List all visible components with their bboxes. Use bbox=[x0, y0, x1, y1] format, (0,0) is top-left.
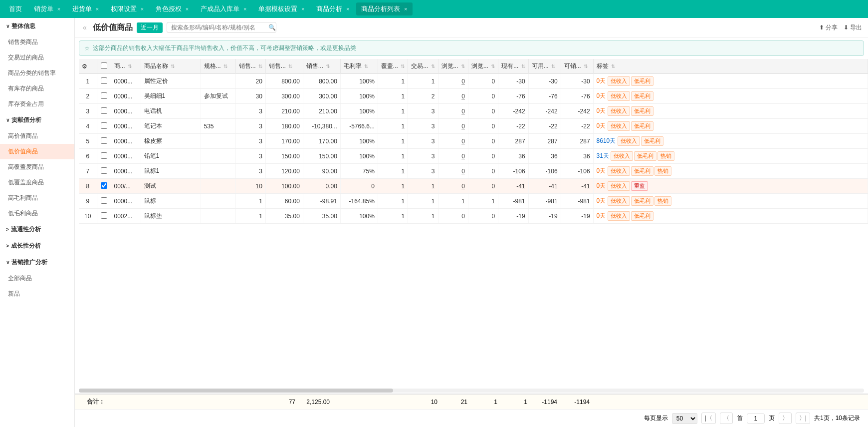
th-sale1[interactable]: 销售... ⇅ bbox=[235, 59, 265, 74]
cell-browse1[interactable]: 0 bbox=[438, 74, 468, 89]
cell-browse1[interactable]: 0 bbox=[438, 209, 468, 224]
cell-check[interactable] bbox=[97, 74, 111, 89]
cell-check[interactable] bbox=[97, 179, 111, 194]
cell-check[interactable] bbox=[97, 164, 111, 179]
browse-link[interactable]: 0 bbox=[461, 138, 465, 145]
per-page-select[interactable]: 50 100 200 bbox=[672, 413, 697, 424]
th-browse1[interactable]: 浏览... ⇅ bbox=[438, 59, 468, 74]
cell-browse1[interactable]: 0 bbox=[438, 164, 468, 179]
nav-inbound[interactable]: 产成品入库单 × bbox=[196, 2, 251, 15]
sidebar-item-all-goods[interactable]: 全部商品 bbox=[0, 271, 74, 286]
sidebar-item-low-margin[interactable]: 低毛利商品 bbox=[0, 206, 74, 221]
browse-link[interactable]: 0 bbox=[461, 93, 465, 100]
sidebar-item-inventory-capital[interactable]: 库存资金占用 bbox=[0, 96, 74, 112]
sidebar-item-inventory-goods[interactable]: 有库存的商品 bbox=[0, 81, 74, 96]
cell-browse1[interactable]: 0 bbox=[438, 134, 468, 149]
sidebar-item-traded-goods[interactable]: 交易过的商品 bbox=[0, 50, 74, 65]
sidebar-group-overall[interactable]: ∨ 整体信息 bbox=[0, 18, 74, 34]
nav-analysis-list[interactable]: 商品分析列表 × bbox=[356, 2, 412, 15]
table-header-row: ⚙ 商... ⇅ 商品名称 ⇅ 规格... ⇅ 销售... ⇅ 销售... ⇅ … bbox=[79, 59, 868, 74]
time-tag-btn[interactable]: 近一月 bbox=[137, 22, 163, 33]
cell-check[interactable] bbox=[97, 104, 111, 119]
th-browse2[interactable]: 浏览... ⇅ bbox=[468, 59, 498, 74]
horizontal-scrollbar[interactable] bbox=[79, 389, 864, 393]
browse-link[interactable]: 0 bbox=[461, 108, 465, 115]
prev-page-btn[interactable]: 〈 bbox=[720, 413, 733, 424]
browse-link[interactable]: 0 bbox=[461, 183, 465, 190]
th-salable[interactable]: 可销... ⇅ bbox=[561, 59, 593, 74]
page-input[interactable] bbox=[747, 414, 765, 424]
cell-browse1[interactable]: 0 bbox=[438, 179, 468, 194]
page-word2: 页 bbox=[769, 414, 775, 423]
th-spec[interactable]: 规格... ⇅ bbox=[201, 59, 235, 74]
sidebar-item-high-value[interactable]: 高价值商品 bbox=[0, 128, 74, 144]
search-icon[interactable]: 🔍 bbox=[268, 24, 276, 31]
next-page-btn[interactable]: 〉 bbox=[779, 413, 792, 424]
nav-home[interactable]: 首页 bbox=[4, 2, 27, 15]
cell-sale2: 210.00 bbox=[265, 104, 303, 119]
cell-check[interactable] bbox=[97, 89, 111, 104]
browse-link[interactable]: 0 bbox=[461, 123, 465, 130]
cell-check[interactable] bbox=[97, 209, 111, 224]
cell-browse1[interactable]: 0 bbox=[438, 89, 468, 104]
sidebar-group-marketing[interactable]: ∨ 营销推广分析 bbox=[0, 254, 74, 271]
th-cover[interactable]: 覆盖... ⇅ bbox=[378, 59, 408, 74]
sidebar-group-growth[interactable]: > 成长性分析 bbox=[0, 238, 74, 254]
th-available[interactable]: 可用... ⇅ bbox=[528, 59, 561, 74]
th-code[interactable]: 商... ⇅ bbox=[111, 59, 141, 74]
th-sale2[interactable]: 销售... ⇅ bbox=[265, 59, 303, 74]
footer-area: 合计： 77 2,125.00 10 21 1 1 -1194 -1 bbox=[75, 394, 868, 409]
browse-link[interactable]: 0 bbox=[461, 153, 465, 160]
cell-browse1[interactable]: 0 bbox=[438, 104, 468, 119]
th-name[interactable]: 商品名称 ⇅ bbox=[141, 59, 201, 74]
cell-check[interactable] bbox=[97, 194, 111, 209]
sidebar-group-contribution[interactable]: ∨ 贡献值分析 bbox=[0, 112, 74, 128]
cell-browse1[interactable]: 0 bbox=[438, 149, 468, 164]
sidebar-item-high-margin[interactable]: 高毛利商品 bbox=[0, 190, 74, 206]
th-check[interactable] bbox=[97, 59, 111, 74]
th-trade[interactable]: 交易... ⇅ bbox=[408, 59, 438, 74]
cell-browse1[interactable]: 1 bbox=[438, 194, 468, 209]
sidebar-collapse-btn[interactable]: « bbox=[81, 23, 89, 31]
nav-analysis[interactable]: 商品分析 × bbox=[311, 2, 354, 15]
cell-trade: 3 bbox=[408, 164, 438, 179]
nav-perm[interactable]: 权限设置 × bbox=[106, 2, 149, 15]
nav-sales[interactable]: 销货单 × bbox=[29, 2, 65, 15]
sidebar-item-new-goods[interactable]: 新品 bbox=[0, 286, 74, 302]
nav-template[interactable]: 单据模板设置 × bbox=[253, 2, 309, 15]
nav-role[interactable]: 角色授权 × bbox=[151, 2, 194, 15]
cell-check[interactable] bbox=[97, 134, 111, 149]
th-current[interactable]: 现有... ⇅ bbox=[498, 59, 528, 74]
sidebar-item-low-coverage[interactable]: 低覆盖度商品 bbox=[0, 175, 74, 190]
th-tags[interactable]: 标签 ⇅ bbox=[593, 59, 868, 74]
scrollbar-thumb[interactable] bbox=[79, 389, 393, 393]
browse-link[interactable]: 0 bbox=[461, 213, 465, 220]
cell-trade: 1 bbox=[408, 209, 438, 224]
cell-name: 鼠标1 bbox=[141, 164, 201, 179]
search-input[interactable] bbox=[167, 22, 276, 33]
sidebar-item-category-rate[interactable]: 商品分类的销售率 bbox=[0, 65, 74, 81]
sidebar-item-high-coverage[interactable]: 高覆盖度商品 bbox=[0, 159, 74, 175]
first-page-btn[interactable]: |〈 bbox=[701, 413, 716, 424]
nav-purchase[interactable]: 进货单 × bbox=[67, 2, 104, 15]
cell-current: -41 bbox=[498, 179, 528, 194]
cell-check[interactable] bbox=[97, 119, 111, 134]
cell-browse1[interactable]: 0 bbox=[438, 119, 468, 134]
sidebar-item-low-value[interactable]: 低价值商品 bbox=[0, 144, 74, 159]
th-settings[interactable]: ⚙ bbox=[79, 59, 97, 74]
pagination-bar: 每页显示 50 100 200 |〈 〈 首 页 〉 〉| 共1页，10条记录 bbox=[75, 409, 868, 427]
browse-link[interactable]: 0 bbox=[461, 78, 465, 85]
table-row: 9 0000... 鼠标 1 60.00 -98.91 -164.85% 1 1… bbox=[79, 194, 868, 209]
cell-check[interactable] bbox=[97, 149, 111, 164]
days-label: 0天 bbox=[597, 167, 606, 174]
cell-sale2: 170.00 bbox=[265, 134, 303, 149]
sidebar-item-sales-goods[interactable]: 销售类商品 bbox=[0, 34, 74, 50]
export-btn[interactable]: ⬇ 导出 bbox=[844, 23, 862, 32]
th-sale3[interactable]: 销售... ⇅ bbox=[303, 59, 340, 74]
th-margin[interactable]: 毛利率 ⇅ bbox=[340, 59, 378, 74]
cell-current: 36 bbox=[498, 149, 528, 164]
sidebar-group-circulation[interactable]: > 流通性分析 bbox=[0, 221, 74, 238]
share-btn[interactable]: ⬆ 分享 bbox=[819, 23, 838, 32]
last-page-btn[interactable]: 〉| bbox=[796, 413, 810, 424]
browse-link[interactable]: 0 bbox=[461, 168, 465, 175]
